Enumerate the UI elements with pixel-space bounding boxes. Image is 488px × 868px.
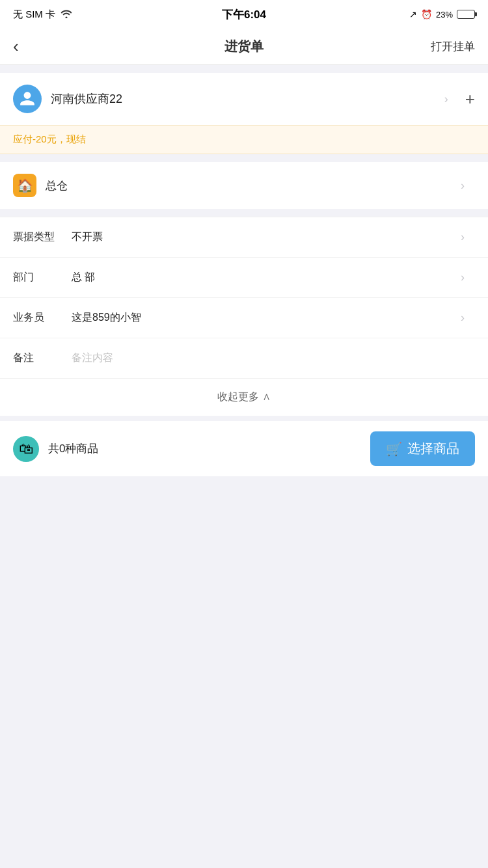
warehouse-name: 总仓 [46, 178, 461, 193]
page-title: 进货单 [224, 38, 264, 55]
salesperson-chevron-icon: › [461, 311, 465, 325]
section-gap-1 [0, 65, 488, 73]
salesperson-row[interactable]: 业务员 这是859的小智 › [0, 297, 488, 338]
status-bar: 无 SIM 卡 下午6:04 ↗ ⏰ 23% [0, 0, 488, 29]
remark-row[interactable]: 备注 备注内容 [0, 338, 488, 378]
supplier-name: 河南供应商22 [51, 91, 444, 107]
nav-bar: ‹ 进货单 打开挂单 [0, 29, 488, 65]
form-card: 票据类型 不开票 › 部门 总 部 › 业务员 这是859的小智 › 备注 备注… [0, 217, 488, 416]
department-label: 部门 [13, 271, 65, 284]
remark-label: 备注 [13, 351, 65, 365]
battery-icon [457, 10, 475, 19]
section-gap-3 [0, 209, 488, 217]
wifi-icon [61, 9, 72, 20]
status-left: 无 SIM 卡 [13, 8, 72, 21]
remark-placeholder[interactable]: 备注内容 [65, 351, 475, 365]
supplier-row[interactable]: 河南供应商22 › + [0, 73, 488, 125]
salesperson-value: 这是859的小智 [65, 311, 461, 325]
invoice-type-value: 不开票 [65, 230, 461, 244]
salesperson-label: 业务员 [13, 311, 65, 325]
bottom-product-section: 🛍 共0种商品 🛒 选择商品 [0, 416, 488, 476]
section-gap-2 [0, 154, 488, 162]
status-right: ↗ ⏰ 23% [409, 9, 475, 20]
invoice-type-row[interactable]: 票据类型 不开票 › [0, 217, 488, 257]
status-time: 下午6:04 [222, 7, 266, 22]
warehouse-card: 🏠 总仓 › [0, 162, 488, 209]
invoice-type-chevron-icon: › [461, 230, 465, 244]
warehouse-chevron-icon: › [461, 179, 465, 193]
department-chevron-icon: › [461, 271, 465, 284]
house-icon: 🏠 [17, 178, 33, 193]
open-pending-button[interactable]: 打开挂单 [431, 39, 475, 54]
notice-text: 应付-20元，现结 [13, 133, 86, 144]
select-product-label: 选择商品 [407, 440, 459, 457]
alarm-icon: ⏰ [421, 9, 432, 20]
person-icon [19, 90, 36, 107]
product-icon: 🛍 [13, 436, 39, 462]
supplier-card: 河南供应商22 › + 应付-20元，现结 [0, 73, 488, 154]
cart-icon: 🛒 [386, 441, 402, 457]
add-button[interactable]: + [459, 87, 475, 112]
shopping-icon: 🛍 [19, 441, 33, 457]
battery-percent: 23% [436, 10, 453, 20]
collapse-more-button[interactable]: 收起更多 ∧ [0, 378, 488, 416]
carrier-label: 无 SIM 卡 [13, 8, 55, 21]
location-icon: ↗ [409, 9, 417, 20]
department-value: 总 部 [65, 271, 461, 284]
invoice-type-label: 票据类型 [13, 230, 65, 244]
page-background [0, 476, 488, 671]
department-row[interactable]: 部门 总 部 › [0, 257, 488, 297]
warehouse-row[interactable]: 🏠 总仓 › [0, 162, 488, 209]
warehouse-icon: 🏠 [13, 174, 36, 197]
back-button[interactable]: ‹ [13, 31, 24, 62]
supplier-avatar [13, 85, 42, 113]
select-product-button[interactable]: 🛒 选择商品 [370, 431, 475, 466]
supplier-chevron-icon: › [444, 92, 448, 106]
product-count: 共0种商品 [48, 441, 370, 456]
notice-banner: 应付-20元，现结 [0, 125, 488, 154]
